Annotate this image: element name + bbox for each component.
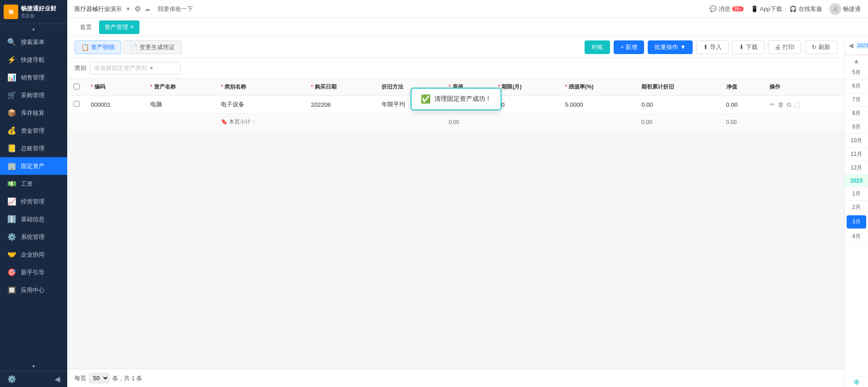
category-filter-select[interactable]: 请选择固定资产类别 ▼ [90, 62, 181, 74]
th-name: * 资产名称 [145, 79, 215, 96]
right-scroll-up[interactable]: ▲ [845, 55, 868, 66]
right-scroll-down[interactable]: ⊕ [845, 376, 868, 387]
month-item-2023-4[interactable]: 4月 [845, 230, 868, 243]
subtotal-net: 0.00 [721, 114, 764, 131]
sidebar-logo: 畅 畅捷通好业财 普及版 [0, 0, 67, 24]
sales-icon: 📊 [7, 73, 16, 82]
sub-tab-change-voucher-label: 变更生成凭证 [139, 43, 175, 51]
month-item-2023-3[interactable]: 3月 [847, 215, 866, 229]
sidebar-item-label: 应用中心 [21, 286, 45, 294]
logo-text: 畅捷通好业财 [21, 5, 56, 13]
batch-ops-label: 批量操作 [655, 43, 678, 51]
sidebar-item-inventory[interactable]: 📦 库存核算 [0, 104, 67, 122]
refresh-button[interactable]: ↻ 刷新 [805, 40, 837, 54]
tab-home[interactable]: 首页 [74, 20, 97, 34]
download-button[interactable]: ⬇ 下载 [732, 40, 764, 54]
sidebar-item-label: 基础信息 [21, 215, 45, 223]
sidebar-item-purchase[interactable]: 🛒 采购管理 [0, 86, 67, 104]
sidebar-item-label: 企业协同 [21, 251, 45, 259]
ledger-icon: 📒 [7, 144, 16, 153]
th-checkbox [67, 79, 85, 96]
logo-sub: 普及版 [21, 13, 56, 19]
copy-icon[interactable]: ⧉ [787, 101, 791, 109]
sub-tab-asset-detail[interactable]: 📋 资产明细 [74, 40, 121, 54]
month-item-6[interactable]: 6月 [845, 79, 868, 93]
th-category: * 类别名称 [215, 79, 306, 96]
month-item-12[interactable]: 12月 [845, 161, 868, 175]
company-name: 医疗器械行业演示 [74, 5, 122, 13]
sidebar-item-label: 库存核算 [21, 109, 45, 117]
th-residual-rate: * 残值率(%) [560, 79, 636, 96]
month-item-2023-1[interactable]: 1月 [845, 187, 868, 201]
sidebar-item-appstore[interactable]: 🔲 应用中心 [0, 281, 67, 299]
sidebar-scroll-up[interactable]: ▲ [0, 24, 67, 33]
month-item-7[interactable]: 7月 [845, 93, 868, 107]
subtotal-label: 本页小计： [229, 119, 256, 125]
settings-bottom-icon[interactable]: ⚙️ [7, 375, 16, 383]
right-panel-expand-icon[interactable]: ◀ [847, 40, 855, 51]
collapse-sidebar-icon[interactable]: ◀ [55, 375, 60, 383]
month-item-10[interactable]: 10月 [845, 134, 868, 148]
appstore-icon: 🔲 [7, 286, 16, 294]
filter-row: 类别 请选择固定资产类别 ▼ [67, 58, 844, 79]
sidebar-item-system[interactable]: ⚙️ 系统管理 [0, 228, 67, 246]
messages-button[interactable]: 💬 消息 99+ [709, 5, 744, 13]
sidebar-item-label: 快捷导航 [21, 56, 45, 64]
new-button[interactable]: + 新增 [614, 40, 644, 54]
topbar-settings-icon[interactable]: ⚙ [134, 5, 141, 13]
delete-icon[interactable]: 🗑 [778, 101, 784, 108]
import-button[interactable]: ⬆ 导入 [696, 40, 729, 54]
online-service-button[interactable]: 🎧 在线客服 [789, 5, 822, 13]
sidebar-item-search[interactable]: 🔍 搜索菜单 [0, 33, 67, 51]
online-service-icon: 🎧 [789, 5, 797, 12]
per-page-select[interactable]: 50 [89, 373, 109, 383]
sidebar-item-funds[interactable]: 💰 资金管理 [0, 122, 67, 139]
app-download-label: App下载 [760, 5, 782, 13]
month-item-11[interactable]: 11月 [845, 148, 868, 161]
edit-icon[interactable]: ✏ [769, 101, 775, 108]
sidebar-item-ledger[interactable]: 📒 总账管理 [0, 139, 67, 157]
year-2023-label: 2023 [845, 175, 868, 187]
user-label: 畅捷通 [843, 5, 861, 13]
filter-chevron-icon: ▼ [149, 65, 154, 71]
experience-icon: ☁ [144, 5, 150, 12]
tab-home-label: 首页 [80, 23, 92, 31]
sidebar-item-payroll[interactable]: 💵 工资 [0, 175, 67, 193]
batch-ops-button[interactable]: 批量操作 ▼ [648, 40, 693, 54]
sidebar-scroll-down[interactable]: ▼ [0, 362, 67, 371]
cell-code: 000001 [85, 96, 145, 114]
sidebar-item-fixed[interactable]: 🏢 固定资产 [0, 157, 67, 175]
select-all-checkbox[interactable] [74, 84, 79, 89]
sidebar-item-collab[interactable]: 🤝 企业协同 [0, 246, 67, 263]
topbar: 医疗器械行业演示 ▼ ⚙ ☁ 我要体验一下 💬 消息 99+ 📱 App下载 🎧… [67, 0, 868, 18]
month-item-9[interactable]: 9月 [845, 120, 868, 134]
sub-tab-change-voucher[interactable]: 📄 变更生成凭证 [123, 40, 182, 54]
month-item-2023-2[interactable]: 2月 [845, 201, 868, 214]
tab-asset-mgmt[interactable]: 资产管理 ✕ [99, 20, 139, 34]
tab-close-icon[interactable]: ✕ [130, 24, 134, 30]
tab-asset-mgmt-label: 资产管理 [104, 23, 128, 31]
row-checkbox[interactable] [74, 101, 79, 107]
right-panel-months: 5月 6月 7月 8月 9月 10月 11月 12月 2023 1月 2月 3月… [845, 66, 868, 376]
user-button[interactable]: 人 畅捷通 [829, 3, 861, 15]
sidebar-item-basic[interactable]: ℹ️ 基础信息 [0, 210, 67, 228]
sidebar-item-label: 工资 [21, 180, 33, 188]
experience-text[interactable]: 我要体验一下 [158, 5, 193, 13]
messages-label: 消息 [719, 5, 730, 13]
company-dropdown-icon[interactable]: ▼ [125, 6, 131, 12]
total-text: 条，共 1 条 [112, 374, 142, 382]
cell-purchase-date: 202206 [306, 96, 376, 114]
sidebar-item-sales[interactable]: 📊 销售管理 [0, 69, 67, 86]
month-item-5[interactable]: 5月 [845, 66, 868, 79]
print-button[interactable]: 🖨 打印 [768, 40, 801, 54]
sidebar-item-guide[interactable]: 🎯 新手引导 [0, 263, 67, 281]
subtotal-original: 0.00 [443, 114, 493, 131]
topbar-right: 💬 消息 99+ 📱 App下载 🎧 在线客服 人 畅捷通 [709, 3, 861, 15]
sidebar-item-ops[interactable]: 📈 经营管理 [0, 193, 67, 210]
reconcile-button[interactable]: 对账 [585, 40, 610, 54]
month-item-8[interactable]: 8月 [845, 107, 868, 120]
more-icon[interactable]: ⬚ [794, 101, 800, 108]
app-download-button[interactable]: 📱 App下载 [751, 5, 782, 13]
sidebar-item-quicknav[interactable]: ⚡ 快捷导航 [0, 51, 67, 69]
sidebar-bottom: ⚙️ ◀ [0, 371, 67, 387]
